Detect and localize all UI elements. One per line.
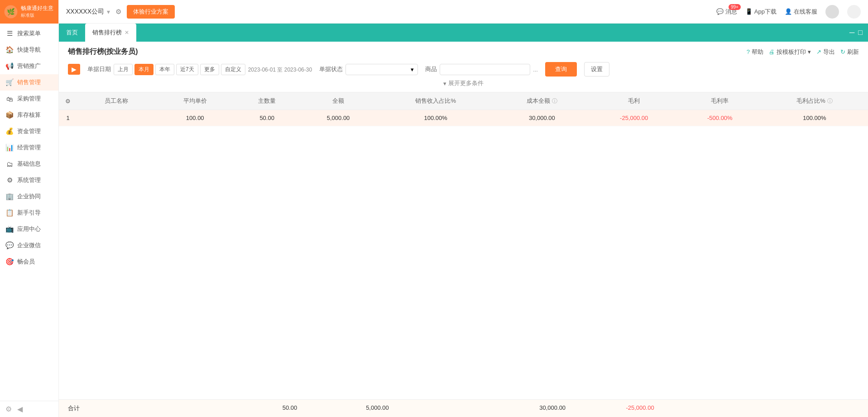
tab-minimize-icon[interactable]: ─: [849, 29, 854, 37]
header-right: 💬 消息 99+ 📱 App下载 👤 在线客服: [716, 5, 861, 19]
gross-pct-info-icon[interactable]: ⓘ: [827, 98, 833, 104]
print-chevron-icon: ▾: [808, 48, 811, 55]
sidebar-item-shortcut[interactable]: 🏠 快捷导航: [0, 42, 58, 58]
footer-settings-icon[interactable]: ⚙: [5, 405, 12, 413]
cell-gross-rate: -500.00%: [679, 110, 761, 126]
top-header: XXXXXX公司 ▾ ⚙ 体验行业方案 💬 消息 99+ 📱 App下载 👤 在…: [59, 0, 868, 24]
online-service-button[interactable]: 👤 在线客服: [785, 8, 817, 16]
col-settings-icon[interactable]: ⚙: [65, 98, 71, 105]
sidebar-label-appstore: 应用中心: [17, 225, 41, 233]
appstore-icon: 📺: [5, 225, 14, 233]
message-button[interactable]: 💬 消息 99+: [716, 8, 737, 16]
date-more-btn[interactable]: 更多: [200, 64, 219, 75]
sidebar-item-enterprise[interactable]: 🏢 企业协同: [0, 188, 58, 205]
goods-filter-group: 商品 ...: [425, 64, 538, 75]
filter-area: ▶ 单据日期 上月 本月 本年 近7天 更多 自定义 2023-06-01 至 …: [68, 62, 859, 92]
print-button[interactable]: 🖨 按模板打印 ▾: [769, 48, 811, 56]
member-icon: 🎯: [5, 258, 14, 266]
cell-main-qty: 50.00: [235, 110, 300, 126]
date-this-year-btn[interactable]: 本年: [155, 64, 174, 75]
table-row: 1 100.00 50.00 5,000.00 100.00% 30,000.0…: [59, 110, 868, 126]
query-button[interactable]: 查询: [545, 62, 577, 77]
message-badge: 99+: [729, 4, 741, 10]
tab-bar: 首页 销售排行榜 ✕ ─ □: [59, 24, 868, 42]
purchase-icon: 🛍: [5, 95, 14, 103]
col-gross-rate: 毛利率: [679, 92, 761, 110]
sidebar-item-member[interactable]: 🎯 畅会员: [0, 254, 58, 270]
sidebar-label-system: 系统管理: [17, 176, 41, 184]
expand-more-btn[interactable]: ▾ 展开更多条件: [443, 79, 484, 87]
cell-sales-pct: 100.00%: [377, 110, 494, 126]
tab-maximize-icon[interactable]: □: [858, 29, 863, 37]
gear-icon[interactable]: ⚙: [115, 8, 121, 16]
sidebar-label-marketing: 营销推广: [17, 62, 41, 70]
sidebar-label-finance: 资金管理: [17, 127, 41, 135]
sidebar-item-finance[interactable]: 💰 资金管理: [0, 123, 58, 139]
sidebar-item-search-order[interactable]: ☰ 搜索菜单: [0, 25, 58, 42]
sidebar-item-wechat[interactable]: 💬 企业微信: [0, 237, 58, 254]
tab-bar-right: ─ □: [849, 29, 868, 37]
footer-main-qty: 50.00: [246, 404, 333, 412]
cell-gross: -25,000.00: [590, 110, 679, 126]
menu-icon: ☰: [5, 29, 14, 38]
date-this-month-btn[interactable]: 本月: [134, 64, 153, 75]
footer-collapse-icon[interactable]: ◀: [17, 405, 23, 413]
sidebar-label-operations: 经营管理: [17, 144, 41, 152]
date-last7-btn[interactable]: 近7天: [176, 64, 198, 75]
sidebar-item-inventory[interactable]: 📦 库存核算: [0, 107, 58, 123]
status-filter-label: 单据状态: [319, 65, 343, 73]
more-options-btn[interactable]: ...: [533, 66, 538, 73]
message-icon: 💬: [716, 8, 724, 15]
company-selector[interactable]: XXXXXX公司 ▾: [66, 8, 110, 16]
sidebar-footer: ⚙ ◀: [0, 401, 58, 417]
sidebar-item-guide[interactable]: 📋 新手引导: [0, 205, 58, 221]
cell-gross-pct: 100.00%: [761, 110, 868, 126]
sidebar-item-appstore[interactable]: 📺 应用中心: [0, 221, 58, 237]
table-area: ⚙ 员工名称 平均单价 主数量 全额: [59, 92, 868, 399]
cost-info-icon[interactable]: ⓘ: [552, 98, 557, 104]
basic-icon: 🗂: [5, 160, 14, 168]
avatar[interactable]: [825, 5, 839, 19]
sidebar-item-operations[interactable]: 📊 经营管理: [0, 139, 58, 156]
sidebar-label-enterprise: 企业协同: [17, 192, 41, 201]
operations-icon: 📊: [5, 144, 14, 152]
sidebar-item-basic[interactable]: 🗂 基础信息: [0, 156, 58, 172]
page-title: 销售排行榜(按业务员): [68, 47, 138, 57]
app-download-button[interactable]: 📱 App下载: [745, 8, 777, 16]
col-settings: ⚙: [59, 92, 77, 110]
export-button[interactable]: ↗ 导出: [816, 48, 835, 56]
settings-button[interactable]: 设置: [584, 62, 609, 77]
sidebar-label-shortcut: 快捷导航: [17, 46, 41, 54]
table-footer: 合计 50.00 5,000.00 30,000.00 -25,000.00: [59, 399, 868, 417]
filter-toggle-button[interactable]: ▶: [68, 64, 80, 75]
sales-icon: 🛒: [5, 78, 14, 86]
tab-close-icon[interactable]: ✕: [125, 29, 129, 36]
inventory-icon: 📦: [5, 111, 14, 119]
date-filter-buttons: 上月 本月 本年 近7天 更多 自定义: [114, 64, 245, 75]
date-custom-btn[interactable]: 自定义: [221, 64, 245, 75]
date-last-month-btn[interactable]: 上月: [114, 64, 133, 75]
sales-table: ⚙ 员工名称 平均单价 主数量 全额: [59, 92, 868, 126]
sidebar-item-marketing[interactable]: 📢 营销推广: [0, 58, 58, 74]
footer-gross-pct: [772, 404, 859, 412]
cell-cost: 30,000.00: [494, 110, 590, 126]
sidebar-item-system[interactable]: ⚙ 系统管理: [0, 172, 58, 188]
sidebar-item-sales[interactable]: 🛒 销售管理: [0, 74, 58, 91]
filter-row: ▶ 单据日期 上月 本月 本年 近7天 更多 自定义 2023-06-01 至 …: [68, 62, 859, 77]
trial-button[interactable]: 体验行业方案: [127, 5, 175, 19]
export-icon: ↗: [816, 48, 821, 55]
goods-search-input[interactable]: [440, 64, 530, 75]
sidebar-label-sales: 销售管理: [17, 78, 41, 86]
status-select[interactable]: ▾: [345, 64, 418, 75]
help-button[interactable]: ? 帮助: [747, 48, 763, 56]
tab-home[interactable]: 首页: [59, 24, 85, 42]
col-total: 全额: [300, 92, 377, 110]
sidebar-label-guide: 新手引导: [17, 209, 41, 217]
cell-avg-price: 100.00: [156, 110, 235, 126]
tab-sales-rank[interactable]: 销售排行榜 ✕: [85, 24, 136, 42]
refresh-button[interactable]: ↻ 刷新: [840, 48, 859, 56]
expand-label: 展开更多条件: [448, 79, 484, 87]
avatar-placeholder: [847, 5, 861, 19]
sidebar-item-purchase[interactable]: 🛍 采购管理: [0, 91, 58, 107]
col-employee: 员工名称: [77, 92, 156, 110]
